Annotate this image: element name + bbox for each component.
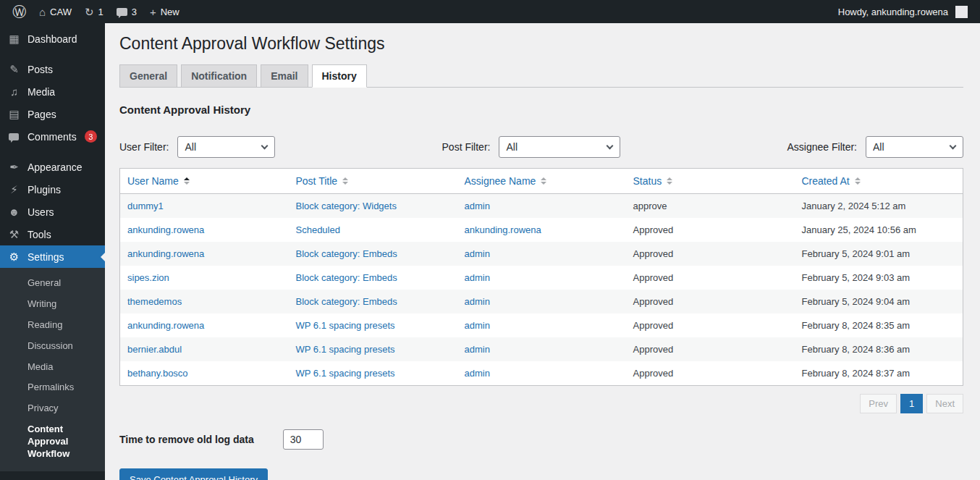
sidebar-item-tools[interactable]: ⚒ Tools <box>0 223 105 245</box>
submenu-item-general[interactable]: General <box>0 273 105 294</box>
menu-separator <box>0 50 105 58</box>
assignee-name-link[interactable]: admin <box>465 201 490 211</box>
sidebar-item-appearance[interactable]: ✒ Appearance <box>0 156 105 178</box>
sidebar-item-label: Pages <box>28 109 56 120</box>
sidebar-item-pages[interactable]: ▤ Pages <box>0 103 105 125</box>
sidebar-item-settings[interactable]: ⚙ Settings <box>0 245 105 268</box>
post-title-link[interactable]: Block category: Widgets <box>296 201 397 211</box>
user-name-link[interactable]: dummy1 <box>127 201 164 211</box>
new-label: New <box>161 7 179 17</box>
user-name-link[interactable]: sipes.zion <box>127 272 169 283</box>
status-cell: Approved <box>626 361 795 386</box>
post-title-link[interactable]: Block category: Embeds <box>296 248 397 259</box>
post-filter-select[interactable]: All <box>499 136 620 158</box>
created-at-cell: January 2, 2024 5:12 am <box>795 193 963 218</box>
column-header-user-name[interactable]: User Name <box>120 168 289 193</box>
next-page-button[interactable]: Next <box>926 394 963 413</box>
table-header-row: User Name Post Title Assignee Name Statu… <box>120 168 963 193</box>
sort-icon <box>541 177 546 185</box>
tab-general[interactable]: General <box>119 64 177 87</box>
post-title-link[interactable]: WP 6.1 spacing presets <box>296 320 395 331</box>
user-name-link[interactable]: bethany.bosco <box>127 368 188 379</box>
assignee-name-link[interactable]: admin <box>465 272 490 283</box>
created-at-cell: February 5, 2024 9:03 am <box>795 266 963 290</box>
updates-icon: ↻ <box>85 7 94 17</box>
assignee-filter: Assignee Filter: All <box>787 136 963 158</box>
table-row: dummy1 Block category: Widgets admin app… <box>120 193 963 218</box>
status-cell: Approved <box>626 337 795 361</box>
user-filter-select-wrap: All <box>177 136 275 158</box>
tab-history[interactable]: History <box>312 64 367 88</box>
post-filter-label: Post Filter: <box>442 141 491 153</box>
menu-separator <box>0 148 105 156</box>
sidebar-item-plugins[interactable]: ⚡ Plugins <box>0 178 105 201</box>
user-filter: User Filter: All <box>119 136 275 158</box>
sidebar-item-label: Plugins <box>28 184 61 195</box>
user-name-link[interactable]: ankunding.rowena <box>127 224 204 235</box>
post-title-link[interactable]: Block category: Embeds <box>296 272 397 283</box>
sidebar-item-users[interactable]: ☻ Users <box>0 201 105 223</box>
collapse-menu-button[interactable]: ◀ Collapse menu <box>0 471 105 480</box>
home-icon: ⌂ <box>39 7 46 17</box>
table-row: ankunding.rowena Scheduled ankunding.row… <box>120 218 963 242</box>
comments-count-badge: 3 <box>85 130 97 143</box>
assignee-name-link[interactable]: admin <box>465 344 490 355</box>
submenu-item-privacy[interactable]: Privacy <box>0 398 105 419</box>
assignee-name-link[interactable]: admin <box>465 248 490 259</box>
submenu-item-content-approval-workflow[interactable]: Content Approval Workflow <box>0 419 105 465</box>
submenu-item-reading[interactable]: Reading <box>0 315 105 336</box>
save-button[interactable]: Save Content Approval History <box>119 468 268 480</box>
assignee-name-link[interactable]: admin <box>465 368 490 379</box>
assignee-name-link[interactable]: admin <box>465 320 490 331</box>
user-name-link[interactable]: ankunding.rowena <box>127 248 204 259</box>
created-at-cell: February 8, 2024 8:36 am <box>795 337 963 361</box>
column-header-status[interactable]: Status <box>626 168 795 193</box>
site-name-link[interactable]: ⌂ CAW <box>33 0 78 23</box>
sidebar-item-label: Dashboard <box>28 33 77 45</box>
submenu-item-media[interactable]: Media <box>0 357 105 378</box>
prev-page-button[interactable]: Prev <box>860 394 897 413</box>
submenu-item-writing[interactable]: Writing <box>0 294 105 315</box>
submenu-item-discussion[interactable]: Discussion <box>0 336 105 357</box>
assignee-filter-select[interactable]: All <box>866 136 963 158</box>
user-name-link[interactable]: ankunding.rowena <box>127 320 204 331</box>
column-header-assignee-name[interactable]: Assignee Name <box>457 168 626 193</box>
posts-icon: ✎ <box>7 64 21 75</box>
filters-row: User Filter: All Post Filter: All Assign… <box>119 136 963 158</box>
new-content-link[interactable]: + New <box>143 0 186 23</box>
post-title-link[interactable]: Block category: Embeds <box>296 296 397 307</box>
assignee-name-link[interactable]: admin <box>465 296 490 307</box>
user-name-link[interactable]: bernier.abdul <box>127 344 182 355</box>
log-retention-input[interactable] <box>283 429 324 450</box>
column-header-created-at[interactable]: Created At <box>795 168 963 193</box>
wordpress-menu-item[interactable]: Ⓦ <box>6 0 33 23</box>
sidebar-item-dashboard[interactable]: ▦ Dashboard <box>0 28 105 50</box>
sidebar-item-comments[interactable]: Comments 3 <box>0 125 105 148</box>
updates-link[interactable]: ↻ 1 <box>78 0 110 23</box>
status-cell: Approved <box>626 266 795 290</box>
post-title-link[interactable]: WP 6.1 spacing presets <box>296 344 395 355</box>
sidebar-item-posts[interactable]: ✎ Posts <box>0 58 105 80</box>
tab-email[interactable]: Email <box>261 64 308 87</box>
user-name-link[interactable]: themedemos <box>127 296 182 307</box>
assignee-name-link[interactable]: ankunding.rowena <box>465 224 541 235</box>
sort-icon <box>667 177 672 185</box>
table-row: sipes.zion Block category: Embeds admin … <box>120 266 963 290</box>
sort-icon <box>342 177 348 185</box>
assignee-filter-label: Assignee Filter: <box>787 141 857 153</box>
table-row: ankunding.rowena WP 6.1 spacing presets … <box>120 313 963 337</box>
sidebar-item-label: Users <box>28 206 54 218</box>
tab-notification[interactable]: Notification <box>181 64 257 87</box>
post-title-link[interactable]: WP 6.1 spacing presets <box>296 368 395 379</box>
settings-icon: ⚙ <box>7 251 21 262</box>
column-header-post-title[interactable]: Post Title <box>289 168 457 193</box>
post-title-link[interactable]: Scheduled <box>296 224 340 235</box>
adminbar-comments-link[interactable]: 3 <box>110 0 143 23</box>
user-filter-select[interactable]: All <box>177 136 275 158</box>
site-name: CAW <box>50 7 72 17</box>
table-row: ankunding.rowena Block category: Embeds … <box>120 242 963 266</box>
appearance-icon: ✒ <box>7 161 21 172</box>
sidebar-item-media[interactable]: ♫ Media <box>0 80 105 103</box>
submenu-item-permalinks[interactable]: Permalinks <box>0 377 105 398</box>
howdy-account-link[interactable]: Howdy, ankunding.rowena <box>832 0 974 23</box>
